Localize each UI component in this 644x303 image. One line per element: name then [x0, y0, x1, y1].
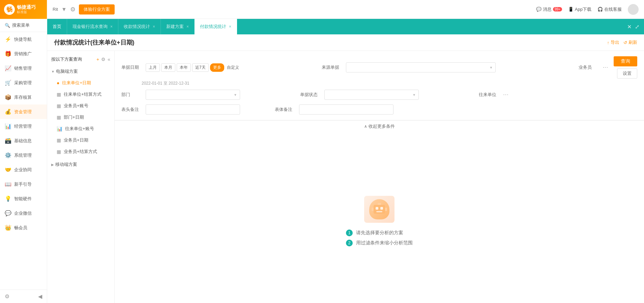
sidebar-item-marketing[interactable]: 🎁 营销推广: [0, 47, 47, 61]
source-select[interactable]: ▼: [346, 62, 496, 72]
scheme-item-staff-account[interactable]: ▦ 业务员+账号: [47, 100, 114, 112]
scheme-add-icon[interactable]: +: [96, 57, 99, 62]
scheme-category-mobile[interactable]: ▶ 移动端方案: [47, 159, 114, 170]
topbar: Rit ▼ ⚙ 体验行业方案 💬 消息 99+ 📱 App下载 🎧 在线客服: [47, 0, 644, 19]
export-button[interactable]: ↑ 导出: [607, 39, 620, 46]
collapse-more-conditions[interactable]: ∧ 收起更多条件: [115, 120, 644, 132]
dept-label: 部门: [121, 92, 140, 98]
sidebar-item-hardware[interactable]: 💡 智能硬件: [0, 191, 47, 206]
query-button[interactable]: 查询: [614, 56, 637, 66]
doc-status-label: 单据状态: [300, 92, 319, 98]
purchase-icon: 🛒: [5, 80, 11, 86]
scheme-collapse-icon[interactable]: «: [108, 57, 110, 62]
last-7-btn[interactable]: 近7天: [192, 63, 209, 72]
sidebar-settings-icon[interactable]: ⚙: [5, 293, 9, 300]
user-avatar[interactable]: [628, 4, 639, 15]
filter-row-3: 表头备注 表体备注: [121, 104, 637, 115]
sidebar-item-wechat[interactable]: 💬 企业微信: [0, 206, 47, 220]
page-title: 付款情况统计(往来单位+日期): [54, 38, 135, 47]
scheme-item-party-settle[interactable]: ▦ 往来单位+结算方式: [47, 89, 114, 100]
filter-form: 单据日期 上月 本月 本年 近7天 更多 自定义 来源单据: [115, 51, 644, 120]
filter-area: 单据日期 上月 本月 本年 近7天 更多 自定义 来源单据: [115, 51, 644, 303]
scheme-panel-icons: + ⚙ «: [96, 57, 110, 62]
staff-label: 业务员: [579, 64, 597, 70]
app-download-item[interactable]: 📱 App下载: [568, 6, 591, 12]
sidebar-item-system[interactable]: ⚙️ 系统管理: [0, 148, 47, 162]
tab-close-bank-flow[interactable]: ×: [110, 24, 113, 29]
notification-item[interactable]: 💬 消息 99+: [536, 6, 562, 12]
prev-month-btn[interactable]: 上月: [146, 63, 160, 72]
sidebar-item-capital[interactable]: 💰 资金管理: [0, 104, 47, 119]
basic-icon: 🗃️: [5, 138, 11, 144]
hardware-icon: 💡: [5, 195, 11, 202]
company-dropdown-icon[interactable]: ▼: [61, 6, 67, 12]
topbar-settings-icon[interactable]: ⚙: [70, 6, 76, 13]
tab-bank-flow[interactable]: 现金银行流水查询 ×: [67, 19, 118, 34]
filter-row-2: 部门 ▼ 单据状态 ▼ 往来单位 ···: [121, 90, 637, 100]
page-header: 付款情况统计(往来单位+日期) ↑ 导出 ↺ 刷新: [47, 34, 644, 51]
table-body-note-input[interactable]: [302, 107, 390, 112]
desktop-expand-icon: ▼: [51, 70, 55, 73]
tab-close-all-icon[interactable]: ✕: [627, 24, 632, 30]
scheme-item-staff-account-icon: ▦: [57, 103, 61, 109]
scheme-category-desktop[interactable]: ▼ 电脑端方案: [47, 66, 114, 77]
svg-rect-2: [380, 207, 383, 210]
scheme-item-dept-date[interactable]: ▦ 部门+日期: [47, 112, 114, 123]
tab-home[interactable]: 首页: [47, 19, 67, 34]
party-ellipsis[interactable]: ···: [503, 92, 508, 98]
content-area: 付款情况统计(往来单位+日期) ↑ 导出 ↺ 刷新 按以下方案查询 +: [47, 34, 644, 303]
table-header-note-label: 表头备注: [121, 107, 140, 113]
tab-new-scheme[interactable]: 新建方案 ×: [161, 19, 195, 34]
tab-close-collection[interactable]: ×: [153, 24, 155, 29]
this-month-btn[interactable]: 本月: [161, 63, 175, 72]
trial-button[interactable]: 体验行业方案: [79, 4, 115, 14]
inventory-icon: 📦: [5, 94, 11, 100]
party-label: 往来单位: [479, 92, 498, 98]
logo-text: 畅捷通巧 标准版: [17, 4, 36, 15]
tab-close-payment[interactable]: ×: [229, 24, 231, 29]
sidebar-collapse-icon[interactable]: ◀: [38, 293, 42, 300]
empty-tip-2: 2 用过滤条件来缩小分析范围: [346, 240, 413, 246]
sidebar-item-guide[interactable]: 📖 新手引导: [0, 177, 47, 191]
member-icon: 👑: [5, 224, 11, 231]
sidebar-item-enterprise[interactable]: 🤝 企业协同: [0, 162, 47, 177]
scheme-panel: 按以下方案查询 + ⚙ « ▼ 电脑端方案 ● 往来单位+日期: [47, 51, 115, 303]
search-menu[interactable]: 🔍 搜索菜单: [0, 19, 47, 32]
table-header-note-input[interactable]: [149, 107, 237, 112]
tab-maximize-icon[interactable]: ⤢: [635, 24, 639, 30]
operation-icon: 📊: [5, 123, 11, 129]
scheme-panel-header: 按以下方案查询 + ⚙ «: [47, 54, 114, 66]
tabbar-actions: ✕ ⤢: [622, 19, 644, 34]
scheme-item-party-date[interactable]: ● 往来单位+日期: [47, 77, 114, 89]
doc-status-select[interactable]: ▼: [324, 90, 419, 100]
scheme-item-staff-date[interactable]: ▦ 业务员+日期: [47, 134, 114, 146]
tab-payment[interactable]: 付款情况统计 ×: [195, 19, 237, 34]
scheme-item-party-settle-icon: ▦: [57, 92, 61, 97]
scheme-settings-icon[interactable]: ⚙: [101, 57, 106, 62]
sidebar-item-inventory[interactable]: 📦 库存核算: [0, 90, 47, 104]
sidebar-item-operation[interactable]: 📊 经营管理: [0, 119, 47, 133]
empty-tip-1-text: 请先选择要分析的方案: [356, 230, 403, 236]
online-support-item[interactable]: 🎧 在线客服: [597, 6, 622, 12]
sidebar-item-member[interactable]: 👑 畅会员: [0, 220, 47, 235]
tab-collection[interactable]: 收款情况统计 ×: [118, 19, 161, 34]
scheme-item-party-account[interactable]: 📊 往来单位+账号: [47, 123, 114, 134]
this-year-btn[interactable]: 本年: [177, 63, 191, 72]
sidebar-item-basic[interactable]: 🗃️ 基础信息: [0, 133, 47, 148]
dept-select[interactable]: ▼: [146, 90, 240, 100]
sidebar-nav: ⚡ 快捷导航 🎁 营销推广 📈 销售管理 🛒 采购管理 📦 库存核算 💰 资金管…: [0, 32, 47, 290]
filter-settings-button[interactable]: 设置: [617, 68, 637, 79]
sidebar-item-sales[interactable]: 📈 销售管理: [0, 61, 47, 75]
scheme-item-staff-settle[interactable]: ▦ 业务员+结算方式: [47, 146, 114, 157]
empty-tips: 1 请先选择要分析的方案 2 用过滤条件来缩小分析范围: [346, 230, 413, 246]
tab-close-new-scheme[interactable]: ×: [186, 24, 189, 29]
svg-rect-6: [385, 208, 387, 211]
sidebar-item-purchase[interactable]: 🛒 采购管理: [0, 75, 47, 90]
staff-ellipsis[interactable]: ···: [603, 64, 608, 70]
table-body-note-label: 表体备注: [275, 107, 294, 113]
empty-tip-2-text: 用过滤条件来缩小分析范围: [356, 240, 413, 246]
custom-label: 自定义: [227, 65, 239, 70]
refresh-button[interactable]: ↺ 刷新: [623, 39, 637, 46]
sidebar-item-quick-nav[interactable]: ⚡ 快捷导航: [0, 32, 47, 47]
more-btn[interactable]: 更多: [210, 63, 224, 72]
